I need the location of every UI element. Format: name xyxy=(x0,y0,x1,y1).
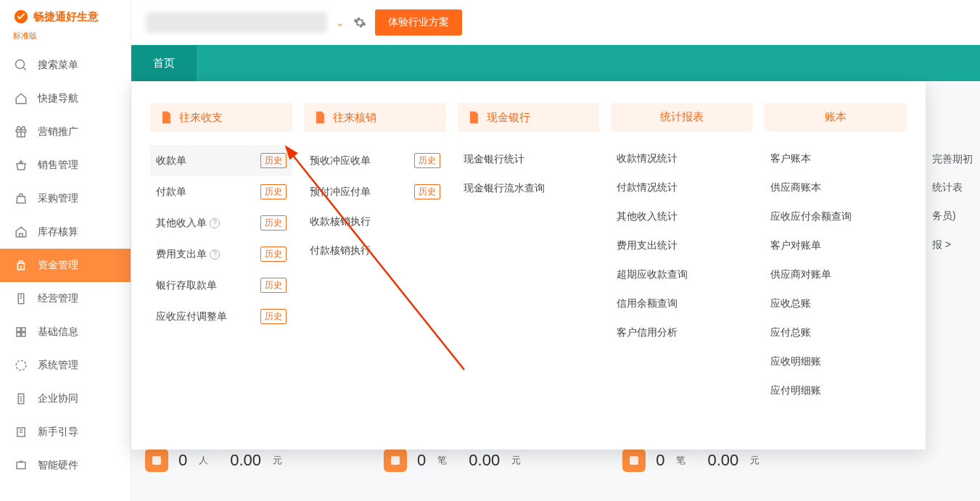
history-badge[interactable]: 历史 xyxy=(414,184,440,199)
sidebar-item-corp[interactable]: 企业协同 xyxy=(0,382,131,415)
sidebar-item-stock[interactable]: 库存核算 xyxy=(0,215,131,249)
menu-item[interactable]: 收款单历史 xyxy=(150,145,292,176)
menu-item-label: 应付明细账 xyxy=(770,384,821,397)
svg-rect-1 xyxy=(152,456,161,465)
menu-item-label: 付款单 xyxy=(156,186,186,199)
menu-item-label: 收款情况统计 xyxy=(617,152,678,165)
menu-item[interactable]: 现金银行统计 xyxy=(458,145,600,174)
help-icon[interactable]: ? xyxy=(210,218,220,228)
stat-amount: 0.00 xyxy=(469,451,500,470)
menu-item[interactable]: 客户对账单 xyxy=(765,231,907,260)
sidebar-item-hw[interactable]: 智能硬件 xyxy=(0,449,131,482)
menu-item[interactable]: 应收应付调整单历史 xyxy=(150,301,292,332)
menu-item-label: 客户账本 xyxy=(770,152,811,165)
menu-item-label: 应收明细账 xyxy=(770,355,821,368)
menu-item[interactable]: 费用支出单?历史 xyxy=(150,239,292,270)
menu-item[interactable]: 其他收入单?历史 xyxy=(150,207,292,239)
menu-item[interactable]: 供应商账本 xyxy=(765,173,907,202)
stat-icon xyxy=(384,449,407,472)
menu-item[interactable]: 客户信用分析 xyxy=(611,318,753,347)
menu-item[interactable]: 付款情况统计 xyxy=(611,173,753,202)
menu-item[interactable]: 收款核销执行 xyxy=(304,207,446,236)
history-badge[interactable]: 历史 xyxy=(260,278,287,293)
menu-item-label: 客户信用分析 xyxy=(617,326,678,339)
megamenu-panel: 往来收支收款单历史付款单历史其他收入单?历史费用支出单?历史银行存取款单历史应收… xyxy=(131,81,926,450)
history-badge[interactable]: 历史 xyxy=(260,247,287,262)
stock-icon xyxy=(15,225,28,239)
history-badge[interactable]: 历史 xyxy=(260,184,287,199)
menu-item[interactable]: 应收应付余额查询 xyxy=(765,202,907,231)
menu-item[interactable]: 应收总账 xyxy=(765,289,907,318)
col-title: 现金银行 xyxy=(487,111,530,125)
history-badge[interactable]: 历史 xyxy=(260,215,287,231)
menu-item[interactable]: 应收明细账 xyxy=(765,347,907,376)
sidebar-item-gift[interactable]: 营销推广 xyxy=(0,115,131,149)
sidebar: 畅捷通好生意 标准版 搜索菜单快捷导航营销推广销售管理采购管理库存核算资金管理经… xyxy=(0,0,131,501)
col-title: 账本 xyxy=(825,110,847,124)
sidebar-item-label: 智能硬件 xyxy=(38,459,78,472)
menu-item[interactable]: 供应商对账单 xyxy=(765,260,907,289)
history-badge[interactable]: 历史 xyxy=(414,153,440,168)
sidebar-item-label: 新手引导 xyxy=(38,426,78,439)
menu-item[interactable]: 客户账本 xyxy=(765,144,907,173)
sidebar-item-money[interactable]: 资金管理 xyxy=(0,249,131,282)
menu-item[interactable]: 预收冲应收单历史 xyxy=(304,145,446,176)
tab-home[interactable]: 首页 xyxy=(131,46,197,81)
help-icon[interactable]: ? xyxy=(210,249,220,260)
sidebar-item-base[interactable]: 基础信息 xyxy=(0,315,131,349)
sidebar-item-cart[interactable]: 销售管理 xyxy=(0,149,131,182)
sidebar-item-home[interactable]: 快捷导航 xyxy=(0,82,131,115)
megamenu-col-head: 统计报表 xyxy=(611,103,753,131)
menu-item-label: 应收总账 xyxy=(770,297,811,310)
col-title: 往来核销 xyxy=(333,111,376,125)
menu-item[interactable]: 应付明细账 xyxy=(765,376,907,405)
sidebar-item-biz[interactable]: 经营管理 xyxy=(0,282,131,315)
sidebar-item-search[interactable]: 搜索菜单 xyxy=(0,49,131,82)
cart-icon xyxy=(15,159,28,172)
org-selector-blurred[interactable] xyxy=(146,12,327,33)
sidebar-item-label: 资金管理 xyxy=(38,259,78,272)
sidebar-item-sys[interactable]: 系统管理 xyxy=(0,349,131,382)
menu-item-label: 应付总账 xyxy=(770,326,811,339)
megamenu-col-head: 往来收支 xyxy=(150,103,292,132)
peek-line: 报 > xyxy=(932,231,973,259)
sidebar-item-label: 基础信息 xyxy=(38,326,78,339)
history-badge[interactable]: 历史 xyxy=(260,309,287,324)
logo: 畅捷通好生意 xyxy=(0,0,131,30)
menu-item-label: 收款核销执行 xyxy=(310,215,371,228)
gear-icon[interactable] xyxy=(353,16,366,29)
menu-item-label: 费用支出统计 xyxy=(617,239,678,252)
menu-item-label: 供应商对账单 xyxy=(770,268,831,281)
megamenu-col-3: 统计报表收款情况统计付款情况统计其他收入统计费用支出统计超期应收款查询信用余额查… xyxy=(605,103,759,428)
topbar: ⌄ 体验行业方案 xyxy=(131,0,980,45)
menu-item[interactable]: 预付冲应付单历史 xyxy=(304,176,446,207)
menu-item[interactable]: 超期应收款查询 xyxy=(611,260,753,289)
doc-icon xyxy=(313,110,327,125)
sidebar-item-label: 快捷导航 xyxy=(38,92,78,105)
menu-item[interactable]: 费用支出统计 xyxy=(611,231,753,260)
sidebar-item-bag[interactable]: 采购管理 xyxy=(0,182,131,215)
menu-item[interactable]: 付款核销执行 xyxy=(304,236,446,265)
megamenu-col-4: 账本客户账本供应商账本应收应付余额查询客户对账单供应商对账单应收总账应付总账应收… xyxy=(759,103,913,428)
menu-item[interactable]: 信用余额查询 xyxy=(611,289,753,318)
menu-item[interactable]: 现金银行流水查询 xyxy=(458,174,600,203)
stat-amount-unit: 元 xyxy=(750,454,759,467)
menu-item[interactable]: 收款情况统计 xyxy=(611,144,753,173)
menu-item[interactable]: 其他收入统计 xyxy=(611,202,753,231)
doc-icon xyxy=(159,110,173,125)
chevron-down-icon[interactable]: ⌄ xyxy=(336,17,345,28)
menu-item-label: 现金银行流水查询 xyxy=(464,182,545,195)
experience-plan-button[interactable]: 体验行业方案 xyxy=(375,9,462,36)
stat-unit: 笔 xyxy=(437,454,447,467)
menu-item[interactable]: 应付总账 xyxy=(765,318,907,347)
menu-item[interactable]: 银行存取款单历史 xyxy=(150,270,292,301)
menu-item-label: 预付冲应付单 xyxy=(310,186,371,199)
menu-item-label: 应收应付调整单 xyxy=(156,310,227,323)
history-badge[interactable]: 历史 xyxy=(260,153,287,168)
search-icon xyxy=(15,59,28,72)
stat-amount-unit: 元 xyxy=(511,454,521,467)
gift-icon xyxy=(15,125,28,138)
sidebar-item-label: 采购管理 xyxy=(38,192,78,205)
menu-item[interactable]: 付款单历史 xyxy=(150,176,292,207)
sidebar-item-guide[interactable]: 新手引导 xyxy=(0,415,131,449)
